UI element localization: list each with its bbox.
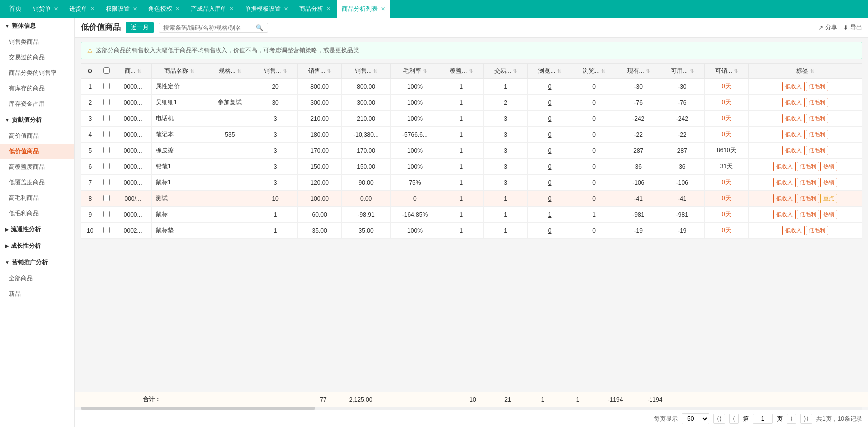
col-transaction[interactable]: 交易... ⇅ <box>483 64 528 79</box>
row-checkbox[interactable] <box>103 195 110 201</box>
nav-sales[interactable]: 销货单 ✕ <box>28 0 63 18</box>
nav-purchase-close[interactable]: ✕ <box>90 6 95 12</box>
nav-purchase[interactable]: 进货单 ✕ <box>64 0 100 18</box>
view1-value[interactable]: 0 <box>548 195 552 202</box>
view1-value[interactable]: 1 <box>548 211 552 218</box>
page-size-select[interactable]: 50 100 200 <box>682 413 709 424</box>
nav-roles-close[interactable]: ✕ <box>175 6 180 12</box>
sidebar-item-traded-products[interactable]: 交易过的商品 <box>0 50 74 65</box>
row-checkbox[interactable] <box>103 83 110 89</box>
row-checkbox[interactable] <box>103 211 110 217</box>
col-code[interactable]: 商... ⇅ <box>114 64 152 79</box>
row-checkbox[interactable] <box>103 163 110 169</box>
sidebar-group-marketing[interactable]: ▼ 营销推广分析 <box>0 254 74 271</box>
prev-page-button[interactable]: ⟨ <box>729 414 739 424</box>
footer-coverage: 10 <box>455 396 490 403</box>
nav-template[interactable]: 单据模板设置 ✕ <box>240 0 293 18</box>
nav-warehouse[interactable]: 产成品入库单 ✕ <box>186 0 239 18</box>
col-spec[interactable]: 规格... ⇅ <box>207 64 253 79</box>
share-button[interactable]: ↗ 分享 <box>818 23 837 32</box>
col-sale-amount[interactable]: 销售... ⇅ <box>342 64 390 79</box>
sidebar-item-new-products[interactable]: 新品 <box>0 286 74 302</box>
view1-value[interactable]: 0 <box>548 227 552 234</box>
row-checkbox[interactable] <box>103 179 110 185</box>
time-filter-button[interactable]: 近一月 <box>126 22 154 33</box>
sidebar-group-circulation[interactable]: ▶ 流通性分析 <box>0 221 74 238</box>
sidebar-item-high-value[interactable]: 高价值商品 <box>0 128 74 144</box>
sidebar-group-growth[interactable]: ▶ 成长性分析 <box>0 238 74 254</box>
col-tags[interactable]: 标签 ⇅ <box>749 64 862 79</box>
nav-product-analysis-close[interactable]: ✕ <box>326 6 331 12</box>
nav-product-analysis-list-close[interactable]: ✕ <box>381 6 385 12</box>
view1-value[interactable]: 0 <box>548 83 552 90</box>
row-view1[interactable]: 0 <box>528 223 572 239</box>
next-page-button[interactable]: ⟩ <box>787 414 796 424</box>
row-view1[interactable]: 0 <box>528 95 572 111</box>
search-input[interactable] <box>163 24 253 31</box>
col-view2[interactable]: 浏览... ⇅ <box>572 64 616 79</box>
nav-roles[interactable]: 角色授权 ✕ <box>143 0 185 18</box>
sidebar-group-contribution[interactable]: ▼ 贡献值分析 <box>0 112 74 128</box>
row-view1[interactable]: 0 <box>528 111 572 127</box>
row-code: 000/... <box>114 191 152 207</box>
page-number-input[interactable] <box>753 414 773 424</box>
last-page-button[interactable]: ⟩⟩ <box>800 414 812 424</box>
export-button[interactable]: ⬇ 导出 <box>843 23 862 32</box>
sidebar-item-low-gross[interactable]: 低毛利商品 <box>0 206 74 221</box>
sidebar-item-high-coverage[interactable]: 高覆盖度商品 <box>0 159 74 175</box>
nav-warehouse-close[interactable]: ✕ <box>229 6 234 12</box>
first-page-button[interactable]: ⟨⟨ <box>713 414 725 424</box>
col-settings[interactable]: ⚙ <box>81 64 99 79</box>
view1-value[interactable]: 0 <box>548 131 552 138</box>
sidebar-item-stocked-products[interactable]: 有库存的商品 <box>0 81 74 96</box>
col-sale-price[interactable]: 销售... ⇅ <box>297 64 342 79</box>
row-view1[interactable]: 0 <box>528 143 572 159</box>
sidebar-group-overall[interactable]: ▼ 整体信息 <box>0 18 74 34</box>
row-checkbox[interactable] <box>103 227 110 233</box>
sidebar-item-all-products[interactable]: 全部商品 <box>0 271 74 286</box>
sidebar-item-category-sales-rate[interactable]: 商品分类的销售率 <box>0 65 74 81</box>
nav-template-close[interactable]: ✕ <box>284 6 288 12</box>
sidebar-item-sales-products[interactable]: 销售类商品 <box>0 34 74 50</box>
nav-permissions-close[interactable]: ✕ <box>133 6 137 12</box>
nav-sales-close[interactable]: ✕ <box>54 6 58 12</box>
nav-home[interactable]: 首页 <box>4 0 27 18</box>
row-checkbox[interactable] <box>103 147 110 153</box>
row-name: 属性定价 <box>151 79 207 95</box>
col-sale-qty[interactable]: 销售... ⇅ <box>253 64 298 79</box>
row-view1[interactable]: 1 <box>528 207 572 223</box>
col-name[interactable]: 商品名称 ⇅ <box>151 64 207 79</box>
col-sellable[interactable]: 可销... ⇅ <box>704 64 749 79</box>
view1-value[interactable]: 0 <box>548 115 552 122</box>
col-available[interactable]: 可用... ⇅ <box>660 64 705 79</box>
row-checkbox[interactable] <box>103 99 110 105</box>
top-nav: 首页 销货单 ✕ 进货单 ✕ 权限设置 ✕ 角色授权 ✕ 产成品入库单 ✕ 单据… <box>0 0 868 18</box>
tag-label: 低毛利 <box>806 146 828 155</box>
col-coverage[interactable]: 覆盖... ⇅ <box>439 64 484 79</box>
arrow-icon: ▼ <box>5 260 10 265</box>
row-checkbox[interactable] <box>103 115 110 121</box>
view1-value[interactable]: 0 <box>548 147 552 154</box>
row-view1[interactable]: 0 <box>528 79 572 95</box>
col-gross-margin[interactable]: 毛利率 ⇅ <box>390 64 439 79</box>
row-checkbox[interactable] <box>103 131 110 137</box>
view1-value[interactable]: 0 <box>548 99 552 106</box>
view1-value[interactable]: 0 <box>548 163 552 170</box>
row-view1[interactable]: 0 <box>528 159 572 175</box>
nav-product-analysis[interactable]: 商品分析 ✕ <box>294 0 336 18</box>
view1-value[interactable]: 0 <box>548 179 552 186</box>
nav-permissions[interactable]: 权限设置 ✕ <box>101 0 142 18</box>
row-view1[interactable]: 0 <box>528 175 572 191</box>
col-current-stock[interactable]: 现有... ⇅ <box>616 64 660 79</box>
sidebar-item-low-coverage[interactable]: 低覆盖度商品 <box>0 175 74 190</box>
sidebar-item-stock-capital[interactable]: 库存资金占用 <box>0 96 74 112</box>
row-view1[interactable]: 0 <box>528 127 572 143</box>
row-view1[interactable]: 0 <box>528 191 572 207</box>
nav-product-analysis-list[interactable]: 商品分析列表 ✕ <box>337 0 390 18</box>
select-all-checkbox[interactable] <box>103 67 110 74</box>
sidebar-item-high-gross[interactable]: 高毛利商品 <box>0 190 74 206</box>
col-view1[interactable]: 浏览... ⇅ <box>528 64 572 79</box>
sidebar-item-low-value[interactable]: 低价值商品 <box>0 144 74 159</box>
tag-label: 热销 <box>820 178 837 187</box>
row-days: 0天 <box>704 111 749 127</box>
